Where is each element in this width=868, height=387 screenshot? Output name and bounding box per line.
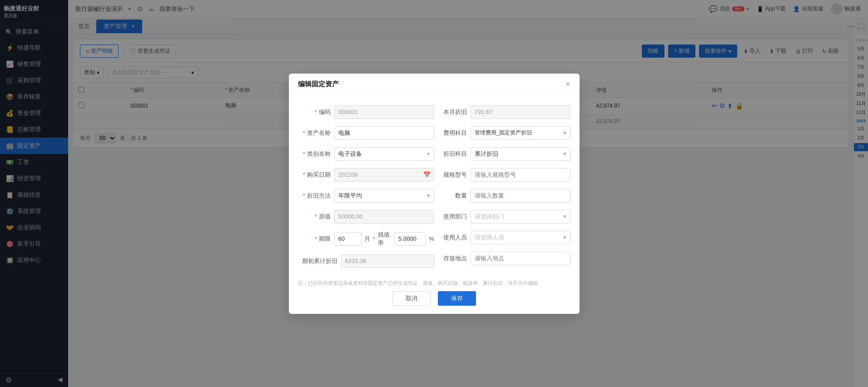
form-row-category: * 类别名称 电子设备 ▾ [298, 144, 434, 164]
dept-placeholder: 请选择部门 [475, 213, 504, 221]
cancel-button[interactable]: 取消 [392, 291, 431, 306]
asset-name-input[interactable] [334, 126, 434, 140]
form-row-period-residual: * 期限 月 * 残值率 % [298, 227, 434, 251]
residual-rate-unit: % [429, 235, 434, 242]
category-chevron-icon: ▾ [427, 150, 430, 157]
dep-account-select[interactable]: 累计折旧 ▾ [471, 147, 570, 161]
quantity-input[interactable] [471, 189, 570, 203]
residual-rate-star: * [373, 235, 375, 242]
save-button[interactable]: 保存 [438, 291, 476, 306]
modal-overlay: 编辑固定资产 × * 编码 [0, 0, 868, 387]
original-value-input[interactable] [334, 210, 434, 223]
spec-input[interactable] [471, 168, 570, 182]
this-month-dep-label: 本月折旧 [434, 108, 471, 116]
dep-account-label: 折旧科目 [434, 150, 471, 158]
quantity-input-wrap [471, 189, 570, 203]
code-input-wrap [334, 105, 434, 119]
original-value-label: * 原值 [298, 213, 334, 221]
location-input-wrap [471, 252, 570, 265]
opening-accum-dep-label: 期初累计折旧 [298, 257, 341, 265]
purchase-date-input-wrap: 📅 [334, 168, 434, 182]
form-row-spec: 规格型号 [434, 164, 570, 185]
calendar-icon: 📅 [423, 171, 431, 178]
modal-note-text: 注：已经存在变更记录或者对应固定资产已经生成凭证，原值、购买日期、残值率、累计折… [298, 280, 543, 286]
opening-accum-dep-input[interactable] [341, 254, 434, 268]
dep-method-value: 年限平均 [338, 192, 362, 200]
asset-name-label: * 资产名称 [298, 129, 334, 137]
dep-account-chevron-icon: ▾ [563, 150, 566, 157]
opening-accum-dep-input-wrap [341, 254, 434, 268]
modal-header: 编辑固定资产 × [289, 74, 580, 94]
category-select[interactable]: 电子设备 ▾ [334, 147, 434, 161]
dept-chevron-icon: ▾ [563, 213, 566, 220]
form-row-dep-method: * 折旧方法 年限平均 ▾ [298, 185, 434, 206]
this-month-dep-input[interactable] [471, 105, 570, 119]
person-select[interactable]: 请选择人员 ▾ [471, 231, 570, 244]
original-value-input-wrap [334, 210, 434, 223]
period-unit: 月 [364, 235, 370, 243]
modal-close-btn[interactable]: × [565, 80, 570, 88]
this-month-dep-input-wrap [471, 105, 570, 119]
spec-input-wrap [471, 168, 570, 182]
location-input[interactable] [471, 252, 570, 265]
form-row-code: * 编码 [298, 102, 434, 123]
modal-body: * 编码 * 资产名称 [289, 94, 580, 276]
modal-footer: 取消 保存 [289, 287, 580, 314]
purchase-date-input[interactable] [334, 168, 434, 182]
form-row-purchase-date: * 购买日期 📅 [298, 164, 434, 185]
form-row-location: 存放地点 [434, 248, 570, 269]
form-row-expense-account: 费用科目 管理费用_固定资产折旧 ▾ [434, 123, 570, 144]
residual-rate-label: 残值率 [378, 231, 392, 247]
period-residual-inline: 月 * 残值率 % [334, 231, 434, 247]
expense-account-select[interactable]: 管理费用_固定资产折旧 ▾ [471, 126, 570, 140]
purchase-date-label: * 购买日期 [298, 171, 334, 179]
location-label: 存放地点 [434, 254, 471, 263]
form-row-person: 使用人员 请选择人员 ▾ [434, 227, 570, 248]
person-chevron-icon: ▾ [563, 234, 566, 241]
dept-select[interactable]: 请选择部门 ▾ [471, 210, 570, 223]
dep-account-value: 累计折旧 [475, 150, 498, 158]
expense-account-chevron-icon: ▾ [563, 129, 566, 136]
quantity-label: 数量 [434, 192, 471, 200]
form-row-dept: 使用部门 请选择部门 ▾ [434, 206, 570, 227]
code-label: * 编码 [298, 108, 334, 116]
dep-method-select[interactable]: 年限平均 ▾ [334, 189, 434, 203]
form-row-original-value: * 原值 [298, 206, 434, 227]
form-row-asset-name: * 资产名称 [298, 123, 434, 144]
category-name-label: * 类别名称 [298, 150, 334, 158]
form-row-dep-account: 折旧科目 累计折旧 ▾ [434, 144, 570, 164]
residual-rate-input[interactable] [394, 232, 426, 246]
modal-title: 编辑固定资产 [298, 80, 339, 89]
dep-method-chevron-icon: ▾ [427, 192, 430, 199]
form-row-quantity: 数量 [434, 185, 570, 206]
category-select-value: 电子设备 [338, 150, 362, 158]
modal-note: 注：已经存在变更记录或者对应固定资产已经生成凭证，原值、购买日期、残值率、累计折… [289, 276, 580, 287]
dep-method-label: * 折旧方法 [298, 192, 334, 200]
asset-name-input-wrap [334, 126, 434, 140]
form-grid: * 编码 * 资产名称 [298, 102, 570, 272]
period-label: * 期限 [298, 235, 334, 243]
expense-account-value: 管理费用_固定资产折旧 [475, 129, 532, 137]
code-input[interactable] [334, 105, 434, 119]
person-label: 使用人员 [434, 233, 471, 242]
form-row-this-month-dep: 本月折旧 [434, 102, 570, 123]
form-left-col: * 编码 * 资产名称 [298, 102, 434, 272]
expense-account-label: 费用科目 [434, 129, 471, 137]
form-row-opening-accum-dep: 期初累计折旧 [298, 251, 434, 272]
edit-asset-modal: 编辑固定资产 × * 编码 [289, 74, 580, 314]
spec-label: 规格型号 [434, 171, 471, 179]
person-placeholder: 请选择人员 [475, 233, 504, 242]
period-input[interactable] [334, 232, 362, 246]
dept-label: 使用部门 [434, 213, 471, 221]
form-right-col: 本月折旧 费用科目 管理费用_固定资产折旧 ▾ [434, 102, 570, 272]
